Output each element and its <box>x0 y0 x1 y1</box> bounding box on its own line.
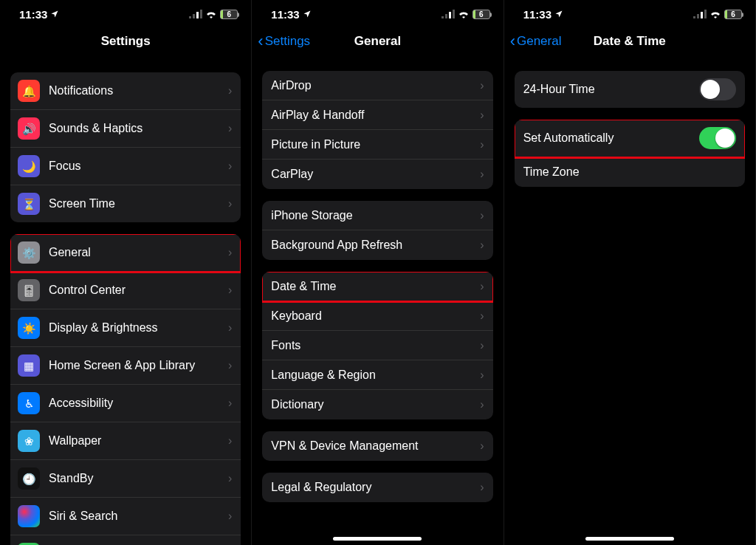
chevron-right-icon: › <box>228 321 232 335</box>
row-label: Language & Region <box>271 369 375 382</box>
toggle-24hour[interactable] <box>699 78 736 100</box>
status-bar: 11:33 6 <box>0 0 251 25</box>
row-label: General <box>49 246 91 259</box>
back-label: Settings <box>265 34 310 49</box>
row-airdrop[interactable]: AirDrop› <box>262 71 492 100</box>
row-wallpaper[interactable]: ❀ Wallpaper › <box>10 422 241 460</box>
row-24hour[interactable]: 24-Hour Time <box>515 71 745 108</box>
row-background-refresh[interactable]: Background App Refresh› <box>262 230 492 260</box>
screen-general: 11:33 6 ‹ Settings General AirDrop› AirP… <box>252 0 504 545</box>
row-label: CarPlay <box>271 168 313 181</box>
nav-bar: ‹ Settings General <box>252 25 503 58</box>
row-homescreen[interactable]: ▦ Home Screen & App Library › <box>10 347 241 385</box>
settings-group-1: 🔔 Notifications › 🔊 Sounds & Haptics › 🌙… <box>10 72 241 222</box>
row-carplay[interactable]: CarPlay› <box>262 160 492 189</box>
toggle-set-auto[interactable] <box>699 127 736 149</box>
row-label: Notifications <box>49 84 113 97</box>
row-label: Display & Brightness <box>49 321 158 335</box>
chevron-left-icon: ‹ <box>258 32 263 51</box>
row-label: Control Center <box>49 284 126 297</box>
row-keyboard[interactable]: Keyboard› <box>262 301 492 331</box>
siri-icon <box>18 505 40 527</box>
row-label: StandBy <box>49 472 93 485</box>
wifi-icon <box>458 10 470 18</box>
row-timezone[interactable]: Time Zone <box>515 157 745 187</box>
row-dictionary[interactable]: Dictionary› <box>262 390 492 419</box>
home-indicator[interactable] <box>585 537 674 541</box>
row-faceid[interactable]: ☺︎ Face ID & Passcode › <box>10 535 241 545</box>
row-label: Focus <box>49 160 81 173</box>
datetime-group-1: 24-Hour Time <box>515 71 745 108</box>
datetime-content[interactable]: 24-Hour Time Set Automatically Time Zone <box>504 58 755 545</box>
settings-content[interactable]: 🔔 Notifications › 🔊 Sounds & Haptics › 🌙… <box>0 58 251 545</box>
moon-icon: 🌙 <box>18 155 40 177</box>
battery-icon: 6 <box>472 10 490 19</box>
battery-icon: 6 <box>220 10 238 19</box>
chevron-right-icon: › <box>228 510 232 523</box>
flower-icon: ❀ <box>18 430 40 452</box>
row-display[interactable]: ☀️ Display & Brightness › <box>10 309 241 347</box>
row-label: 24-Hour Time <box>523 83 595 96</box>
general-group-3: Date & Time› Keyboard› Fonts› Language &… <box>262 272 492 419</box>
cellular-icon <box>693 10 707 18</box>
home-indicator[interactable] <box>333 537 422 541</box>
screen-date-time: 11:33 6 ‹ General Date & Time 24-Hour Ti… <box>504 0 756 545</box>
chevron-right-icon: › <box>480 280 484 293</box>
row-date-time[interactable]: Date & Time› <box>262 272 492 301</box>
chevron-right-icon: › <box>480 339 484 352</box>
row-focus[interactable]: 🌙 Focus › <box>10 148 241 185</box>
chevron-right-icon: › <box>228 160 232 173</box>
clock-icon: 🕘 <box>18 467 40 490</box>
row-control-center[interactable]: 🎚️ Control Center › <box>10 272 241 309</box>
svg-rect-11 <box>704 10 707 18</box>
row-label: Dictionary <box>271 398 323 411</box>
row-storage[interactable]: iPhone Storage› <box>262 201 492 230</box>
row-legal[interactable]: Legal & Regulatory› <box>262 473 492 502</box>
row-standby[interactable]: 🕘 StandBy › <box>10 460 241 498</box>
row-fonts[interactable]: Fonts› <box>262 331 492 360</box>
row-label: AirPlay & Handoff <box>271 109 364 122</box>
row-label: Time Zone <box>523 165 580 179</box>
row-label: Set Automatically <box>523 131 614 145</box>
row-label: Wallpaper <box>49 434 101 448</box>
row-label: Accessibility <box>49 397 113 410</box>
page-title: General <box>354 34 401 49</box>
row-set-auto[interactable]: Set Automatically <box>515 120 745 157</box>
svg-rect-5 <box>445 14 447 18</box>
chevron-right-icon: › <box>480 369 484 382</box>
chevron-right-icon: › <box>228 397 232 410</box>
row-accessibility[interactable]: ♿︎ Accessibility › <box>10 385 241 422</box>
row-label: Background App Refresh <box>271 239 402 252</box>
row-pip[interactable]: Picture in Picture› <box>262 130 492 160</box>
sun-icon: ☀️ <box>18 317 40 339</box>
status-time: 11:33 <box>271 8 299 21</box>
back-button[interactable]: ‹ General <box>510 32 562 51</box>
chevron-right-icon: › <box>480 398 484 411</box>
chevron-right-icon: › <box>228 84 232 97</box>
row-airplay[interactable]: AirPlay & Handoff› <box>262 100 492 130</box>
row-vpn[interactable]: VPN & Device Management› <box>262 431 492 461</box>
row-screentime[interactable]: ⏳ Screen Time › <box>10 185 241 222</box>
row-siri[interactable]: Siri & Search › <box>10 498 241 535</box>
chevron-right-icon: › <box>480 239 484 252</box>
row-notifications[interactable]: 🔔 Notifications › <box>10 72 241 110</box>
row-general[interactable]: ⚙️ General › <box>10 234 241 272</box>
row-language[interactable]: Language & Region› <box>262 360 492 390</box>
general-group-5: Legal & Regulatory› <box>262 473 492 502</box>
row-sounds[interactable]: 🔊 Sounds & Haptics › <box>10 110 241 148</box>
nav-bar: Settings <box>0 25 251 58</box>
status-time: 11:33 <box>523 8 551 21</box>
row-label: Sounds & Haptics <box>49 122 142 135</box>
chevron-right-icon: › <box>228 284 232 297</box>
general-content[interactable]: AirDrop› AirPlay & Handoff› Picture in P… <box>252 58 503 545</box>
nav-bar: ‹ General Date & Time <box>504 25 755 58</box>
location-icon <box>554 8 563 21</box>
wifi-icon <box>205 10 217 18</box>
status-time: 11:33 <box>19 8 47 21</box>
gear-icon: ⚙️ <box>18 241 40 264</box>
speaker-icon: 🔊 <box>18 117 40 140</box>
chevron-right-icon: › <box>480 168 484 181</box>
accessibility-icon: ♿︎ <box>18 392 40 414</box>
status-bar: 11:33 6 <box>504 0 755 25</box>
back-button[interactable]: ‹ Settings <box>258 32 310 51</box>
